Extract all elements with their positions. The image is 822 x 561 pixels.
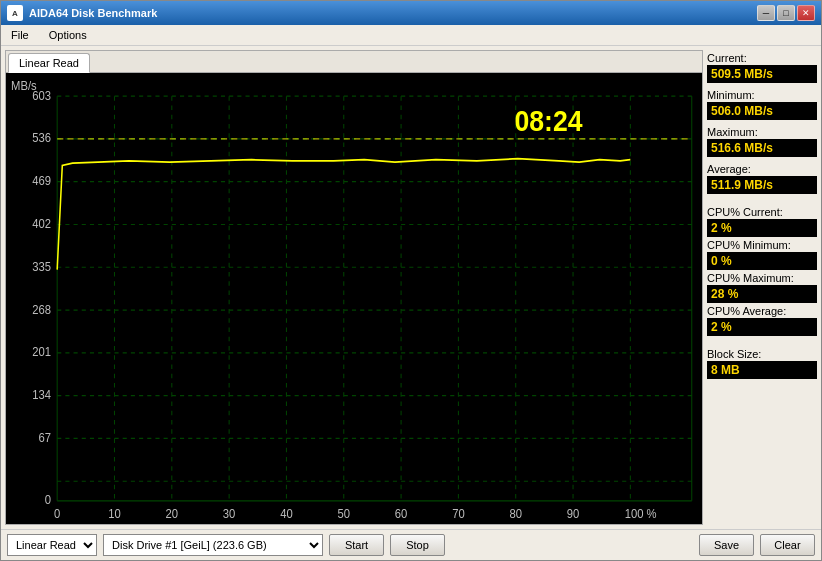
svg-text:536: 536 [32, 131, 51, 146]
cpu-stats-section: CPU% Current: 2 % CPU% Minimum: 0 % CPU%… [707, 206, 817, 338]
current-label: Current: [707, 52, 817, 64]
menu-file[interactable]: File [5, 27, 35, 43]
svg-text:335: 335 [32, 259, 51, 274]
average-value: 511.9 MB/s [707, 176, 817, 194]
right-panel: Current: 509.5 MB/s Minimum: 506.0 MB/s … [707, 50, 817, 525]
svg-text:90: 90 [567, 507, 580, 522]
save-button[interactable]: Save [699, 534, 754, 556]
stat-block-size: Block Size: 8 MB [707, 348, 817, 379]
minimize-button[interactable]: ─ [757, 5, 775, 21]
svg-rect-0 [6, 73, 702, 524]
svg-text:402: 402 [32, 216, 51, 231]
minimum-value: 506.0 MB/s [707, 102, 817, 120]
menu-bar: File Options [1, 25, 821, 46]
left-panel: Linear Read [5, 50, 703, 525]
stat-minimum: Minimum: 506.0 MB/s [707, 89, 817, 120]
menu-options[interactable]: Options [43, 27, 93, 43]
svg-text:20: 20 [166, 507, 179, 522]
start-button[interactable]: Start [329, 534, 384, 556]
svg-text:0: 0 [45, 493, 52, 508]
stat-average: Average: 511.9 MB/s [707, 163, 817, 194]
svg-text:30: 30 [223, 507, 236, 522]
svg-text:80: 80 [509, 507, 522, 522]
chart-svg: 603 536 469 402 335 268 201 134 67 0 MB/… [6, 73, 702, 524]
svg-text:08:24: 08:24 [514, 103, 582, 137]
block-size-label: Block Size: [707, 348, 817, 360]
window-title: AIDA64 Disk Benchmark [29, 7, 157, 19]
svg-text:0: 0 [54, 507, 61, 522]
svg-text:268: 268 [32, 302, 51, 317]
title-bar: A AIDA64 Disk Benchmark ─ □ ✕ [1, 1, 821, 25]
title-buttons: ─ □ ✕ [757, 5, 815, 21]
svg-text:100 %: 100 % [625, 507, 657, 522]
chart-area: 603 536 469 402 335 268 201 134 67 0 MB/… [6, 73, 702, 524]
block-size-value: 8 MB [707, 361, 817, 379]
stat-cpu-current: CPU% Current: 2 % [707, 206, 817, 237]
maximum-value: 516.6 MB/s [707, 139, 817, 157]
maximize-button[interactable]: □ [777, 5, 795, 21]
title-bar-text: A AIDA64 Disk Benchmark [7, 5, 157, 21]
content-area: Linear Read [1, 46, 821, 529]
cpu-minimum-label: CPU% Minimum: [707, 239, 817, 251]
svg-text:60: 60 [395, 507, 408, 522]
bottom-bar: Linear Read Disk Drive #1 [GeiL] (223.6 … [1, 529, 821, 560]
cpu-minimum-value: 0 % [707, 252, 817, 270]
clear-button[interactable]: Clear [760, 534, 815, 556]
app-icon: A [7, 5, 23, 21]
cpu-average-label: CPU% Average: [707, 305, 817, 317]
svg-text:MB/s: MB/s [11, 79, 37, 94]
svg-text:469: 469 [32, 174, 51, 189]
tab-bar: Linear Read [6, 51, 702, 73]
svg-text:201: 201 [32, 345, 51, 360]
close-button[interactable]: ✕ [797, 5, 815, 21]
svg-text:50: 50 [338, 507, 351, 522]
svg-text:10: 10 [108, 507, 121, 522]
cpu-average-value: 2 % [707, 318, 817, 336]
average-label: Average: [707, 163, 817, 175]
svg-text:40: 40 [280, 507, 293, 522]
cpu-current-label: CPU% Current: [707, 206, 817, 218]
svg-text:70: 70 [452, 507, 465, 522]
stat-cpu-minimum: CPU% Minimum: 0 % [707, 239, 817, 270]
stop-button[interactable]: Stop [390, 534, 445, 556]
stat-cpu-maximum: CPU% Maximum: 28 % [707, 272, 817, 303]
svg-text:134: 134 [32, 387, 51, 402]
svg-text:67: 67 [39, 430, 52, 445]
maximum-label: Maximum: [707, 126, 817, 138]
tab-linear-read[interactable]: Linear Read [8, 53, 90, 73]
cpu-current-value: 2 % [707, 219, 817, 237]
block-size-section: Block Size: 8 MB [707, 348, 817, 381]
current-value: 509.5 MB/s [707, 65, 817, 83]
cpu-maximum-label: CPU% Maximum: [707, 272, 817, 284]
test-type-select[interactable]: Linear Read [7, 534, 97, 556]
main-window: A AIDA64 Disk Benchmark ─ □ ✕ File Optio… [0, 0, 822, 561]
cpu-maximum-value: 28 % [707, 285, 817, 303]
drive-select[interactable]: Disk Drive #1 [GeiL] (223.6 GB) [103, 534, 323, 556]
minimum-label: Minimum: [707, 89, 817, 101]
stat-cpu-average: CPU% Average: 2 % [707, 305, 817, 336]
stat-maximum: Maximum: 516.6 MB/s [707, 126, 817, 157]
stat-current: Current: 509.5 MB/s [707, 52, 817, 83]
